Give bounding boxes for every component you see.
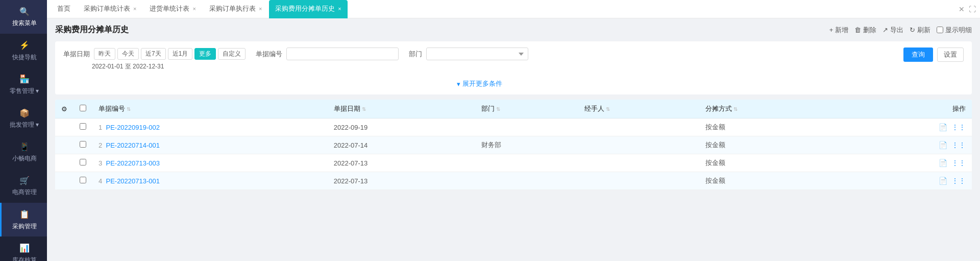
th-sort-handler[interactable]: 经手人⇅ [584,104,693,113]
row-checkbox-2[interactable] [80,159,86,165]
sidebar-label-wholesale: 批发管理 ▾ [10,121,39,128]
sidebar-item-purchase[interactable]: 📋采购管理 [0,203,47,236]
row-more-icon-3[interactable]: ⋮⋮ [951,177,966,185]
th-split_method[interactable]: 分摊方式⇅ [699,100,841,118]
sidebar-item-inventory[interactable]: 📊库存核算 [0,236,47,261]
doc-num-link-2[interactable]: PE-20220713-003 [106,159,160,167]
delete-button[interactable]: 🗑 删除 [854,26,876,35]
row-edit-icon-0[interactable]: 📄 [939,123,947,131]
tab-label-purchase-fee-history: 采购费用分摊单历史 [275,4,335,13]
row-checkbox-1[interactable] [80,141,86,148]
row-edit-icon-2[interactable]: 📄 [939,159,947,167]
tab-close-purchase-order-stats[interactable]: × [133,6,136,12]
tab-home[interactable]: 首页 [51,0,77,18]
row-dept-1: 财务部 [475,136,578,154]
row-actions-2: 📄 ⋮⋮ [841,154,972,172]
date-btn-近7天[interactable]: 近7天 [141,48,166,60]
th-dept[interactable]: 部门⇅ [475,100,578,118]
table-row: 2 PE-20220714-0012022-07-14财务部按金额 📄 ⋮⋮ [55,136,972,154]
row-split-1: 按金额 [699,136,841,154]
show-cols-toggle[interactable]: 显示明细 [937,26,972,35]
sidebar-icon-search: 🔍 [6,6,43,17]
tab-goods-stats[interactable]: 进货单统计表× [143,0,202,18]
sidebar-item-search[interactable]: 🔍搜索菜单 [0,0,47,34]
date-btn-近1月[interactable]: 近1月 [168,48,193,60]
th-doc_num[interactable]: 单据编号⇅ [92,100,328,118]
sort-icon-dept: ⇅ [496,106,500,112]
sidebar-item-retail[interactable]: 🏪零售管理 ▾ [0,67,47,101]
sidebar-item-ecom[interactable]: 🛒电商管理 [0,169,47,203]
tab-actions: ✕ ⛶ [959,5,976,13]
th-sort-split_method[interactable]: 分摊方式⇅ [705,104,835,113]
th-sort-dept[interactable]: 部门⇅ [481,104,572,113]
sidebar-item-wholesale[interactable]: 📦批发管理 ▾ [0,102,47,135]
close-window-icon[interactable]: ✕ [959,5,965,13]
doc-num-link-0[interactable]: PE-20220919-002 [106,124,160,131]
sort-icon-doc_date: ⇅ [362,106,366,112]
fullscreen-icon[interactable]: ⛶ [969,5,976,13]
row-handler-0 [578,118,699,136]
sidebar-label-shortcut: 快捷导航 [12,54,37,61]
table-row: 1 PE-20220919-0022022-09-19按金额 📄 ⋮⋮ [55,118,972,136]
th-label-split_method: 分摊方式 [705,104,732,113]
row-dept-3 [475,172,578,190]
tab-purchase-fee-history[interactable]: 采购费用分摊单历史× [269,0,347,18]
date-btn-自定义[interactable]: 自定义 [218,48,246,60]
th-sort-doc_date[interactable]: 单据日期⇅ [334,104,470,113]
tab-purchase-order-exec[interactable]: 采购订单执行表× [203,0,268,18]
docnum-input[interactable] [286,48,399,60]
doc-num-link-3[interactable]: PE-20220713-001 [106,177,160,185]
th-sort-doc_num[interactable]: 单据编号⇅ [99,104,322,113]
th-label-doc_num: 单据编号 [99,104,125,113]
filter-actions: 查询 设置 [903,48,964,62]
data-table-container: ⚙ 单据编号⇅ 单据日期⇅ 部门⇅ 经手人⇅ 分摊方式⇅ 操作 1 PE-202… [55,100,972,190]
select-all-checkbox[interactable] [80,105,86,111]
row-handler-2 [578,154,699,172]
th-doc_date[interactable]: 单据日期⇅ [328,100,476,118]
date-range-display: 2022-01-01 至 2022-12-31 [92,63,164,70]
row-more-icon-0[interactable]: ⋮⋮ [951,123,966,131]
doc-num-link-1[interactable]: PE-20220714-001 [106,141,160,149]
query-button[interactable]: 查询 [903,48,933,62]
row-edit-icon-3[interactable]: 📄 [939,177,947,185]
tab-close-purchase-fee-history[interactable]: × [338,6,341,12]
th-settings: ⚙ [55,100,74,118]
row-checkbox-3[interactable] [80,177,86,183]
tab-close-goods-stats[interactable]: × [192,6,195,12]
date-btn-昨天[interactable]: 昨天 [94,48,115,60]
page-content: 采购费用分摊单历史 + 新增 🗑 删除 ↗ 导出 ↻ 刷新 显示明细 [47,18,980,261]
sidebar-label-mini: 小畅电商 [12,155,37,162]
date-filter-group: 单据日期 昨天今天近7天近1月更多自定义 [63,48,246,60]
add-button[interactable]: + 新增 [829,26,848,35]
row-more-icon-1[interactable]: ⋮⋮ [951,141,966,149]
date-label: 单据日期 [63,50,90,59]
sidebar-label-inventory: 库存核算 [12,256,37,261]
dept-select[interactable]: 财务部 [426,48,528,60]
row-settings-1 [55,136,74,154]
row-checkbox-0[interactable] [80,123,86,130]
header-actions: + 新增 🗑 删除 ↗ 导出 ↻ 刷新 显示明细 [829,26,972,35]
th-handler[interactable]: 经手人⇅ [578,100,699,118]
docnum-label: 单据编号 [256,50,282,59]
export-button[interactable]: ↗ 导出 [883,26,903,35]
row-settings-0 [55,118,74,136]
sidebar-icon-inventory: 📊 [6,243,43,254]
sidebar-item-mini[interactable]: 📱小畅电商 [0,135,47,169]
show-cols-checkbox[interactable] [937,27,943,33]
tab-label-purchase-order-exec: 采购订单执行表 [209,4,256,13]
sidebar-icon-ecom: 🛒 [6,175,43,186]
sidebar-item-shortcut[interactable]: ⚡快捷导航 [0,34,47,67]
tab-close-purchase-order-exec[interactable]: × [259,6,262,12]
row-edit-icon-1[interactable]: 📄 [939,141,947,149]
row-settings-2 [55,154,74,172]
settings-col-icon[interactable]: ⚙ [61,105,67,113]
expand-more-btn[interactable]: ▾ 展开更多条件 [457,79,502,88]
refresh-button[interactable]: ↻ 刷新 [910,26,930,35]
tab-purchase-order-stats[interactable]: 采购订单统计表× [78,0,142,18]
setting-button[interactable]: 设置 [937,48,964,62]
row-more-icon-2[interactable]: ⋮⋮ [951,159,966,167]
delete-icon: 🗑 [854,26,861,34]
date-btn-今天[interactable]: 今天 [117,48,139,60]
sidebar-icon-mini: 📱 [6,141,43,153]
date-btn-更多[interactable]: 更多 [194,48,216,60]
